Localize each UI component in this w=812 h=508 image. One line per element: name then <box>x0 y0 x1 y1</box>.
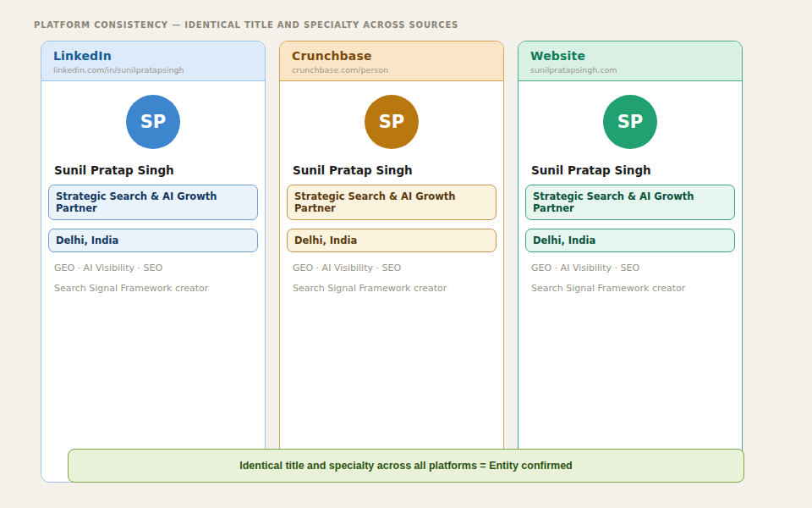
specialty-line: GEO · AI Visibility · SEO <box>525 262 735 273</box>
card-body: SP Sunil Pratap Singh Strategic Search &… <box>280 81 503 301</box>
avatar: SP <box>365 95 419 149</box>
page-title: PLATFORM CONSISTENCY — IDENTICAL TITLE A… <box>34 20 458 30</box>
location-badge: Delhi, India <box>287 229 497 252</box>
platform-url: crunchbase.com/person <box>292 65 491 75</box>
location-badge: Delhi, India <box>525 229 735 252</box>
specialty-line: GEO · AI Visibility · SEO <box>287 262 497 273</box>
platform-name: Crunchbase <box>292 49 491 63</box>
card-body: SP Sunil Pratap Singh Strategic Search &… <box>518 81 742 301</box>
platform-url: sunilpratapsingh.com <box>530 65 730 75</box>
framework-line: Search Signal Framework creator <box>287 283 497 294</box>
person-name: Sunil Pratap Singh <box>287 163 497 177</box>
person-name: Sunil Pratap Singh <box>525 163 735 177</box>
card-body: SP Sunil Pratap Singh Strategic Search &… <box>41 81 265 301</box>
platform-name: LinkedIn <box>53 49 253 63</box>
platform-cards-row: LinkedIn linkedin.com/in/sunilpratapsing… <box>41 41 743 483</box>
entity-confirmed-banner: Identical title and specialty across all… <box>68 449 744 483</box>
platform-url: linkedin.com/in/sunilpratapsingh <box>53 65 253 75</box>
avatar-initials: SP <box>140 112 167 132</box>
title-badge: Strategic Search & AI Growth Partner <box>525 185 735 220</box>
crunchbase-card-header: Crunchbase crunchbase.com/person <box>280 41 503 81</box>
linkedin-card: LinkedIn linkedin.com/in/sunilpratapsing… <box>41 41 266 483</box>
linkedin-card-header: LinkedIn linkedin.com/in/sunilpratapsing… <box>41 41 265 81</box>
avatar-initials: SP <box>379 112 405 132</box>
avatar: SP <box>126 95 180 149</box>
title-badge: Strategic Search & AI Growth Partner <box>48 185 258 220</box>
website-card: Website sunilpratapsingh.com SP Sunil Pr… <box>518 41 743 483</box>
avatar: SP <box>603 95 657 149</box>
framework-line: Search Signal Framework creator <box>48 283 258 294</box>
person-name: Sunil Pratap Singh <box>48 163 258 177</box>
platform-name: Website <box>530 49 730 63</box>
crunchbase-card: Crunchbase crunchbase.com/person SP Suni… <box>279 41 504 483</box>
specialty-line: GEO · AI Visibility · SEO <box>48 262 258 273</box>
website-card-header: Website sunilpratapsingh.com <box>518 41 742 81</box>
location-badge: Delhi, India <box>48 229 258 252</box>
title-badge: Strategic Search & AI Growth Partner <box>287 185 497 220</box>
framework-line: Search Signal Framework creator <box>525 283 735 294</box>
avatar-initials: SP <box>617 112 644 132</box>
